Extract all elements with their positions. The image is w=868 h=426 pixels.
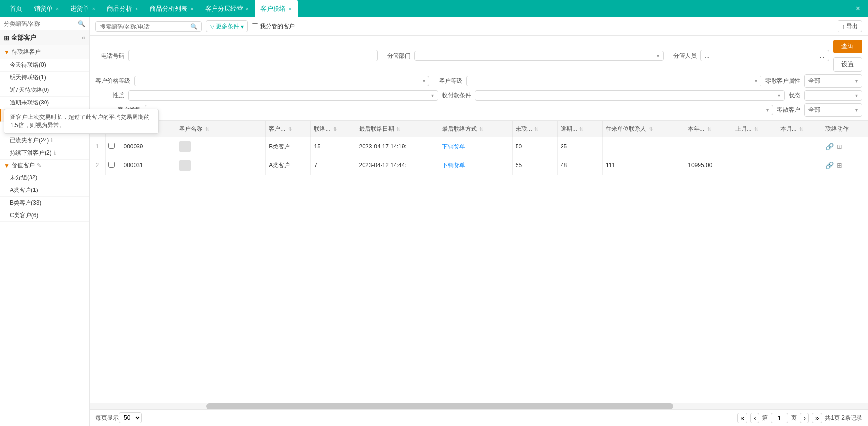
row-1-last-contact-date: 2023-04-17 14:19: bbox=[356, 137, 439, 156]
dept-select[interactable]: ▾ bbox=[414, 51, 664, 61]
row-1-contact-person bbox=[603, 137, 685, 156]
th-last-contact-date[interactable]: 最后联络日期 ⇅ bbox=[356, 121, 439, 137]
close-customer-contact-tab[interactable]: × bbox=[289, 6, 291, 12]
window-close-button[interactable]: × bbox=[852, 4, 864, 13]
extended-filters: 电话号码 分管部门 ▾ 分管人员 ... … 查询 设置 bbox=[90, 36, 868, 121]
nav-customer-segment[interactable]: 客户分层经营 × bbox=[199, 0, 255, 17]
phone-input[interactable] bbox=[133, 52, 373, 59]
sidebar-collapse-btn[interactable]: « bbox=[82, 34, 85, 41]
row-2-link-action-icon[interactable]: 🔗 bbox=[825, 162, 834, 169]
nav-product-analysis[interactable]: 商品分析 × bbox=[101, 0, 144, 17]
value-group-edit-icon[interactable]: ✎ bbox=[37, 162, 41, 169]
row-1-last-contact-method[interactable]: 下销货单 bbox=[439, 137, 513, 156]
prev-page-button[interactable]: ‹ bbox=[750, 413, 759, 423]
close-customer-segment-tab[interactable]: × bbox=[246, 6, 249, 12]
sidebar-search-icon[interactable]: 🔍 bbox=[78, 20, 85, 27]
chevron-icon: ▾ bbox=[241, 23, 244, 30]
sidebar-search-input[interactable] bbox=[4, 20, 78, 27]
row-2-grid-action-icon[interactable]: ⊞ bbox=[837, 162, 842, 169]
sidebar-tomorrow-contact[interactable]: 明天待联络(1) bbox=[0, 72, 89, 84]
th-name[interactable]: 客户名称 ⇅ bbox=[176, 121, 266, 137]
nav-sales[interactable]: 销货单 × bbox=[28, 0, 64, 17]
price-grade-select[interactable]: ▾ bbox=[134, 76, 429, 86]
row-2-last-contact-date: 2023-04-12 14:44: bbox=[356, 156, 439, 175]
gender-select[interactable]: ▾ bbox=[128, 90, 438, 101]
first-page-button[interactable]: « bbox=[737, 413, 747, 423]
row-2-code: 000031 bbox=[121, 156, 176, 175]
sidebar-class-b[interactable]: B类客户(33) bbox=[0, 197, 89, 209]
payment-select[interactable]: ▾ bbox=[475, 90, 785, 101]
sidebar-class-c[interactable]: C类客户(6) bbox=[0, 209, 89, 222]
row-1-link-action-icon[interactable]: 🔗 bbox=[825, 143, 834, 150]
row-1-checkbox[interactable] bbox=[108, 143, 115, 149]
scroll-thumb[interactable] bbox=[206, 403, 673, 409]
close-sales-tab[interactable]: × bbox=[56, 6, 59, 12]
sidebar-churned[interactable]: 已流失客户(24) ℹ bbox=[0, 134, 89, 147]
phone-input-field[interactable] bbox=[128, 50, 378, 61]
row-1-action: 🔗 ⊞ bbox=[822, 137, 868, 156]
manager-field[interactable]: ... … bbox=[700, 50, 829, 61]
page-number-input[interactable] bbox=[771, 413, 788, 423]
th-last-month[interactable]: 上月... ⇅ bbox=[732, 121, 777, 137]
close-product-analysis-tab[interactable]: × bbox=[135, 6, 138, 12]
sidebar-ungrouped[interactable]: 未分组(32) bbox=[0, 172, 89, 184]
th-this-year[interactable]: 本年... ⇅ bbox=[685, 121, 732, 137]
nav-customer-contact[interactable]: 客户联络 × bbox=[255, 0, 297, 17]
gender-arrow: ▾ bbox=[431, 93, 434, 98]
row-2-this-year: 10995.00 bbox=[685, 156, 732, 175]
row-1-grade: B类客户 bbox=[266, 137, 311, 156]
close-product-list-tab[interactable]: × bbox=[190, 6, 193, 12]
retail-customer-select[interactable]: 全部 ▾ bbox=[804, 103, 862, 117]
th-contact-person[interactable]: 往来单位联系人 ⇅ bbox=[603, 121, 685, 137]
last-page-button[interactable]: » bbox=[812, 413, 822, 423]
row-1-grid-action-icon[interactable]: ⊞ bbox=[837, 143, 842, 150]
row-2-contact-person: 111 bbox=[603, 156, 685, 175]
sidebar-all-customers[interactable]: ⊞ 全部客户 « bbox=[0, 30, 89, 45]
price-grade-label: 客户价格等级 bbox=[95, 77, 130, 85]
more-filters-button[interactable]: ▽ 更多条件 ▾ bbox=[206, 20, 248, 32]
retail-attr-select[interactable]: 全部 ▾ bbox=[804, 74, 862, 88]
page-of-label: 页 bbox=[791, 414, 797, 422]
th-last-contact-method[interactable]: 最后联络方式 ⇅ bbox=[439, 121, 513, 137]
my-customers-checkbox-label[interactable]: 我分管的客户 bbox=[252, 22, 295, 30]
export-button[interactable]: ↑ 导出 bbox=[838, 20, 862, 32]
th-grade[interactable]: 客户... ⇅ bbox=[266, 121, 311, 137]
settings-button[interactable]: 设置 bbox=[833, 57, 862, 72]
row-2-checkbox[interactable] bbox=[108, 162, 115, 168]
last-month-sort-icon: ⇅ bbox=[754, 126, 758, 132]
sidebar-7days-contact[interactable]: 近7天待联络(0) bbox=[0, 84, 89, 97]
filter-icon: ▽ bbox=[210, 23, 214, 30]
status-select[interactable]: ▾ bbox=[804, 90, 862, 101]
filter-row-1: 电话号码 分管部门 ▾ 分管人员 ... … 查询 设置 bbox=[95, 40, 862, 72]
sidebar-today-contact[interactable]: 今天待联络(0) bbox=[0, 59, 89, 72]
sidebar-class-a[interactable]: A类客户(1) bbox=[0, 184, 89, 197]
sidebar-declining[interactable]: 持续下滑客户(2) ℹ bbox=[0, 147, 89, 160]
sidebar-overdue-contact[interactable]: 逾期未联络(30) bbox=[0, 97, 89, 109]
customer-type-select[interactable]: ▾ bbox=[145, 105, 773, 115]
row-2-checkbox-cell[interactable] bbox=[105, 156, 121, 175]
row-2-last-contact-method[interactable]: 下销货单 bbox=[439, 156, 513, 175]
row-1-checkbox-cell[interactable] bbox=[105, 137, 121, 156]
pagination-controls: « ‹ 第 页 › » 共1页 2条记录 bbox=[737, 413, 862, 423]
filter-search-icon[interactable]: 🔍 bbox=[190, 23, 198, 30]
nav-home[interactable]: 首页 bbox=[4, 0, 28, 17]
hash-icon: ⊞ bbox=[4, 34, 9, 42]
nav-purchase[interactable]: 进货单 × bbox=[64, 0, 101, 17]
next-page-button[interactable]: › bbox=[800, 413, 808, 423]
per-page-select[interactable]: 50 bbox=[119, 412, 142, 423]
customer-grade-select[interactable]: ▾ bbox=[466, 76, 761, 86]
sidebar-value-group-header[interactable]: ▼ 价值客户 ✎ bbox=[0, 160, 89, 172]
th-uncontacted[interactable]: 未联... ⇅ bbox=[512, 121, 557, 137]
query-button[interactable]: 查询 bbox=[833, 40, 862, 53]
per-page-label: 每页显示 bbox=[95, 414, 119, 422]
my-customers-checkbox[interactable] bbox=[252, 23, 258, 29]
nav-product-list[interactable]: 商品分析列表 × bbox=[144, 0, 199, 17]
th-this-month[interactable]: 本月... ⇅ bbox=[777, 121, 822, 137]
sidebar-pending-contact-group[interactable]: ▼ 待联络客户 bbox=[0, 45, 89, 59]
filter-search-input[interactable] bbox=[100, 23, 190, 30]
th-overdue[interactable]: 逾期... ⇅ bbox=[557, 121, 602, 137]
close-purchase-tab[interactable]: × bbox=[92, 6, 95, 12]
horizontal-scrollbar[interactable] bbox=[90, 403, 868, 409]
th-contact-count[interactable]: 联络... ⇅ bbox=[311, 121, 356, 137]
repurchase-tooltip: 距客户上次交易时长，超过了此客户的平均交易周期的1.5倍，则视为异常。 bbox=[90, 109, 159, 134]
